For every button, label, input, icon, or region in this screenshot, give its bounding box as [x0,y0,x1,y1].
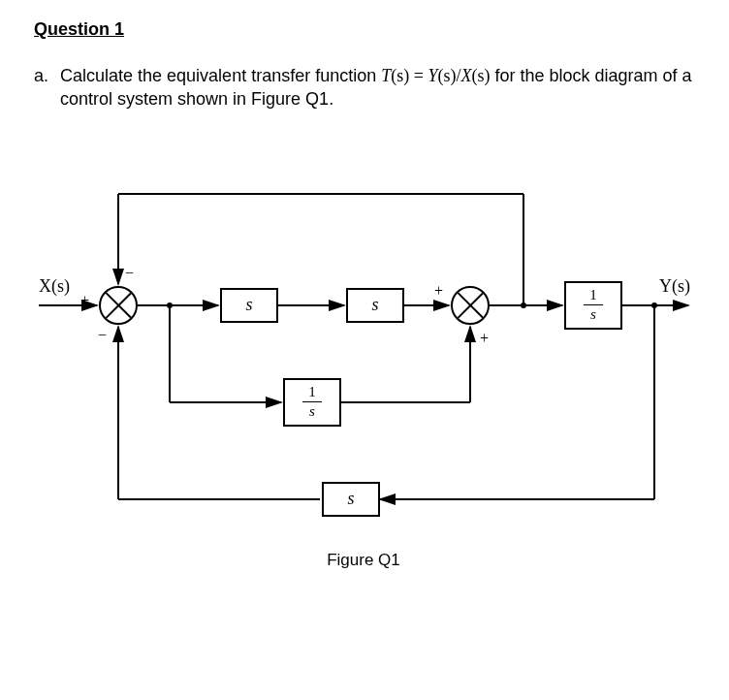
svg-point-19 [167,302,173,308]
block-s-1: s [220,288,278,323]
eq-open: (s) = [391,66,428,85]
sum1-left-plus: + [80,292,89,309]
sum1-top-minus: − [125,265,134,282]
block-1-over-s-inner: 1 s [283,378,341,427]
input-label: X(s) [39,276,70,297]
frac-inner: 1 s [302,385,322,420]
sum2-left-plus: + [434,282,443,300]
frac-den-inner: s [309,404,315,419]
eq-close: (s) [471,66,490,85]
eq-Y: Y [428,66,437,85]
block-1-over-s-forward: 1 s [564,281,622,330]
frac-num: 1 [589,288,597,302]
block-diagram: X(s) Y(s) + − − + + s s 1 s 1 s s Figure… [34,141,693,577]
eq-T: T [381,66,391,85]
eq-X: X [460,66,471,85]
sum1-bot-minus: − [98,327,107,344]
block-s-feedback: s [322,482,380,517]
frac-den: s [590,307,596,322]
sum-junction-2 [451,286,490,325]
item-letter: a. [34,64,48,111]
svg-point-21 [651,302,657,308]
output-label: Y(s) [659,276,690,297]
block-s-2: s [346,288,404,323]
sum-junction-1 [99,286,138,325]
prompt-text: Calculate the equivalent transfer functi… [60,64,695,111]
sum2-bot-plus: + [480,330,489,347]
frac-forward: 1 s [584,288,603,323]
prompt-part1: Calculate the equivalent transfer functi… [60,66,381,85]
frac-line [584,304,603,306]
frac-line-inner [302,401,322,403]
figure-caption: Figure Q1 [34,551,693,570]
prompt: a. Calculate the equivalent transfer fun… [34,64,695,111]
svg-point-20 [521,302,526,308]
eq-mid: (s)/ [437,66,460,85]
frac-num-inner: 1 [308,385,316,399]
question-heading: Question 1 [34,19,695,40]
